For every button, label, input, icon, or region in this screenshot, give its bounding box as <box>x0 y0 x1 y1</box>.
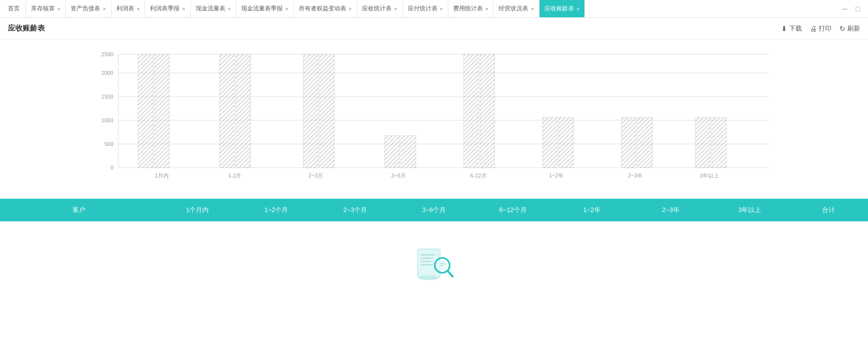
svg-rect-23 <box>385 136 399 168</box>
tab-label: 费用统计表 <box>453 4 483 13</box>
svg-rect-21 <box>320 54 334 168</box>
tab-ar-stat[interactable]: 应收统计表 × <box>357 0 402 18</box>
col-1-2month: 1~2个月 <box>237 199 316 221</box>
svg-text:2~3年: 2~3年 <box>628 173 643 178</box>
close-icon[interactable]: × <box>137 6 140 12</box>
svg-rect-38 <box>418 249 440 278</box>
home-tab-label: 首页 <box>8 4 20 13</box>
svg-rect-32 <box>621 117 636 168</box>
tab-profit-quarterly[interactable]: 利润表季报 × <box>145 0 190 18</box>
tab-cashflow[interactable]: 现金流量表 × <box>191 0 236 18</box>
close-icon[interactable]: × <box>577 6 579 12</box>
maximize-button[interactable]: □ <box>853 4 862 13</box>
table-header: 客户 1个月内 1~2个月 2~3个月 3~6个月 6~12个月 1~2年 2~… <box>0 199 868 221</box>
empty-illustration <box>409 241 459 285</box>
close-icon[interactable]: × <box>182 6 185 12</box>
refresh-button[interactable]: ↻ 刷新 <box>839 24 860 33</box>
tab-bar: 首页 库存核算 × 资产负债表 × 利润表 × 利润表季报 × 现金流量表 × … <box>0 0 868 18</box>
svg-rect-26 <box>464 54 478 168</box>
print-label: 打印 <box>819 24 832 33</box>
svg-text:2000: 2000 <box>102 70 113 76</box>
svg-rect-39 <box>421 254 435 256</box>
refresh-label: 刷新 <box>847 24 860 33</box>
tab-ops[interactable]: 经营状况表 × <box>494 0 539 18</box>
svg-text:1500: 1500 <box>102 94 113 100</box>
tab-expense-stat[interactable]: 费用统计表 × <box>448 0 494 18</box>
tab-cashflow-quarterly[interactable]: 现金流量表季报 × <box>236 0 293 18</box>
close-icon[interactable]: × <box>103 6 106 12</box>
svg-rect-42 <box>421 264 432 266</box>
tab-label: 资产负债表 <box>71 4 100 13</box>
tab-inventory[interactable]: 库存核算 × <box>26 0 66 18</box>
tab-label: 库存核算 <box>31 4 55 13</box>
download-icon: ⬇ <box>781 25 787 33</box>
col-3-6month: 3~6个月 <box>395 199 473 221</box>
svg-rect-18 <box>236 54 251 168</box>
svg-text:3年以上: 3年以上 <box>699 173 719 178</box>
print-button[interactable]: 🖨 打印 <box>810 24 832 33</box>
svg-text:500: 500 <box>105 141 113 147</box>
tab-balance-sheet[interactable]: 资产负债表 × <box>66 0 111 18</box>
main-content: 0 500 1000 1500 2000 2500 1月内 1-2月 2~3月 … <box>0 39 868 355</box>
close-icon[interactable]: × <box>228 6 231 12</box>
svg-text:2500: 2500 <box>102 51 113 57</box>
minimize-button[interactable]: ─ <box>840 4 849 13</box>
svg-rect-29 <box>542 117 557 168</box>
tab-label: 应收统计表 <box>362 4 392 13</box>
empty-state <box>0 221 868 295</box>
svg-text:1~2年: 1~2年 <box>549 173 564 178</box>
bar-chart: 0 500 1000 1500 2000 2500 1月内 1-2月 2~3月 … <box>20 49 848 192</box>
tab-ap-stat[interactable]: 应付统计表 × <box>403 0 448 18</box>
svg-rect-17 <box>219 54 234 168</box>
download-button[interactable]: ⬇ 下载 <box>781 24 802 33</box>
col-2-3month: 2~3个月 <box>316 199 395 221</box>
tab-home[interactable]: 首页 <box>2 0 26 18</box>
svg-point-43 <box>418 275 439 280</box>
tab-equity[interactable]: 所有者权益变动表 × <box>294 0 357 18</box>
col-2-3year: 2~3年 <box>631 199 710 221</box>
svg-rect-35 <box>695 117 710 168</box>
print-icon: 🖨 <box>810 25 817 33</box>
svg-text:1-2月: 1-2月 <box>228 173 242 178</box>
svg-text:1000: 1000 <box>102 117 113 123</box>
tab-label: 利润表 <box>116 4 134 13</box>
close-icon[interactable]: × <box>394 6 397 12</box>
svg-text:2~3月: 2~3月 <box>308 173 323 178</box>
tab-ar-aging[interactable]: 应收账龄表 × <box>540 0 585 18</box>
close-icon[interactable]: × <box>531 6 534 12</box>
close-icon[interactable]: × <box>485 6 488 12</box>
chart-area: 0 500 1000 1500 2000 2500 1月内 1-2月 2~3月 … <box>0 39 868 199</box>
close-icon[interactable]: × <box>440 6 443 12</box>
tab-label: 利润表季报 <box>150 4 180 13</box>
tab-label: 现金流量表季报 <box>241 4 283 13</box>
close-icon[interactable]: × <box>349 6 352 12</box>
col-1month: 1个月内 <box>158 199 237 221</box>
close-icon[interactable]: × <box>285 6 288 12</box>
tab-label: 现金流量表 <box>196 4 225 13</box>
tab-label: 所有者权益变动表 <box>299 4 346 13</box>
svg-rect-24 <box>401 136 416 168</box>
tab-label: 经营状况表 <box>499 4 528 13</box>
tab-label: 应付统计表 <box>408 4 437 13</box>
header-actions: ⬇ 下载 🖨 打印 ↻ 刷新 <box>781 24 860 33</box>
page-header: 应收账龄表 ⬇ 下载 🖨 打印 ↻ 刷新 <box>0 18 868 39</box>
tab-label: 应收账龄表 <box>544 4 574 13</box>
col-6-12month: 6~12个月 <box>473 199 552 221</box>
window-controls: ─ □ <box>840 4 866 13</box>
svg-rect-47 <box>439 263 445 264</box>
tab-profit[interactable]: 利润表 × <box>111 0 145 18</box>
svg-rect-27 <box>480 54 495 168</box>
page-title: 应收账龄表 <box>8 24 45 33</box>
col-1-2year: 1~2年 <box>552 199 631 221</box>
svg-line-46 <box>448 271 453 277</box>
svg-text:3~6月: 3~6月 <box>391 173 406 178</box>
svg-text:6-12月: 6-12月 <box>470 173 486 178</box>
svg-rect-30 <box>559 117 574 168</box>
close-icon[interactable]: × <box>57 6 60 12</box>
svg-rect-41 <box>421 261 431 262</box>
svg-text:1月内: 1月内 <box>155 173 169 178</box>
svg-rect-20 <box>303 54 318 168</box>
svg-rect-36 <box>712 117 726 168</box>
svg-text:0: 0 <box>110 165 113 171</box>
download-label: 下载 <box>789 24 802 33</box>
